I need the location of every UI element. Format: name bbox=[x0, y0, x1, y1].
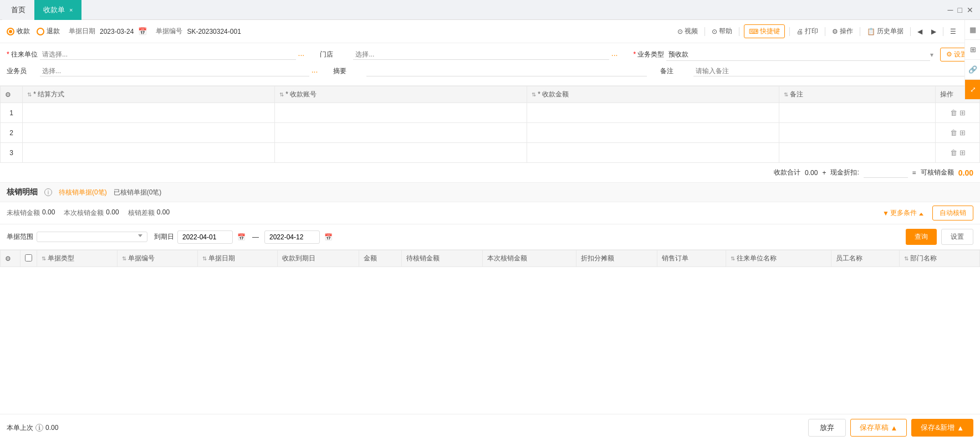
history-btn[interactable]: 📋 历史单据 bbox=[865, 25, 906, 37]
operation-btn[interactable]: ⚙ 操作 bbox=[830, 25, 855, 37]
due-date-end-input[interactable] bbox=[264, 230, 320, 244]
nav-next-btn[interactable]: ▶ bbox=[929, 27, 938, 37]
minimize-btn[interactable]: ─ bbox=[948, 6, 953, 14]
discount-input[interactable] bbox=[864, 167, 908, 178]
col-doc-type: ⇅ 单据类型 bbox=[37, 250, 118, 267]
auto-verify-btn[interactable]: 自动核销 bbox=[932, 206, 973, 221]
biz-type-select[interactable]: 预收款 ▾ bbox=[666, 49, 933, 61]
form-area: 往来单位 ··· 门店 ··· 业务类型 预收款 ▾ ⚙ 设置 bbox=[0, 43, 980, 86]
shortcut-btn[interactable]: ⌨ 快捷键 bbox=[744, 24, 785, 38]
tab-close-btn[interactable]: × bbox=[69, 7, 73, 13]
filter-row: 单据范围 到期日 📅 — 📅 查询 设置 bbox=[0, 224, 980, 250]
verification-header: 核销明细 i 待核销单据(0笔) 已核销单据(0笔) bbox=[0, 183, 980, 202]
done-tab[interactable]: 已核销单据(0笔) bbox=[114, 188, 162, 197]
note-input[interactable] bbox=[693, 66, 973, 76]
form-row-2: 业务员 ··· 摘要 备注 bbox=[7, 66, 973, 76]
due-date-filter: 到期日 📅 — 📅 bbox=[154, 230, 334, 244]
query-btn[interactable]: 查询 bbox=[906, 229, 937, 245]
window-controls: ─ □ ✕ bbox=[948, 6, 978, 14]
due-date-start-input[interactable] bbox=[177, 230, 233, 244]
calendar-end-icon[interactable]: 📅 bbox=[324, 233, 333, 241]
sales-input[interactable] bbox=[40, 66, 309, 76]
row-1-account[interactable] bbox=[274, 103, 527, 123]
row-1-copy-icon[interactable]: ⊞ bbox=[959, 109, 966, 117]
row-2-remark[interactable] bbox=[779, 123, 935, 143]
form-row-1: 往来单位 ··· 门店 ··· 业务类型 预收款 ▾ ⚙ 设置 bbox=[7, 48, 973, 61]
sales-label: 业务员 bbox=[7, 66, 40, 76]
save-new-btn[interactable]: 保存&新增 ▲ bbox=[911, 419, 973, 437]
row-2-delete-icon[interactable]: 🗑 bbox=[950, 129, 957, 137]
detail-table: ⚙ ⇅ 单据类型 ⇅ 单据编号 ⇅ 单据日期 bbox=[0, 250, 980, 267]
tab-bar: 首页 收款单 × ─ □ ✕ bbox=[0, 0, 980, 20]
row-3-copy-icon[interactable]: ⊞ bbox=[959, 148, 966, 157]
history-icon: 📋 bbox=[867, 28, 875, 35]
row-3-amount[interactable] bbox=[527, 143, 779, 163]
row-2-settlement[interactable] bbox=[23, 123, 275, 143]
calendar-icon[interactable]: 📅 bbox=[138, 27, 147, 35]
tab-home[interactable]: 首页 bbox=[2, 0, 34, 20]
footer-info-icon[interactable]: ℹ bbox=[35, 424, 43, 432]
radio-collection[interactable]: 收款 bbox=[7, 27, 30, 36]
row-2-account[interactable] bbox=[274, 123, 527, 143]
date-separator: — bbox=[252, 233, 259, 241]
row-3-settlement[interactable] bbox=[23, 143, 275, 163]
select-all-checkbox[interactable] bbox=[25, 254, 32, 261]
row-3-action: 🗑 ⊞ bbox=[936, 143, 980, 163]
verification-info-icon[interactable]: i bbox=[44, 188, 52, 196]
net-label: 可核销金额 bbox=[921, 168, 954, 177]
row-3-account[interactable] bbox=[274, 143, 527, 163]
row-2-copy-icon[interactable]: ⊞ bbox=[959, 129, 966, 137]
summary-row: 收款合计 0.00 + 现金折扣: = 可核销金额 0.00 bbox=[0, 163, 980, 183]
tab-current[interactable]: 收款单 × bbox=[34, 0, 81, 20]
radio-refund[interactable]: 退款 bbox=[37, 27, 60, 36]
print-btn[interactable]: 🖨 打印 bbox=[794, 25, 820, 37]
pending-tab[interactable]: 待核销单据(0笔) bbox=[59, 188, 107, 197]
sales-more-btn[interactable]: ··· bbox=[309, 67, 320, 76]
detail-gear-col[interactable]: ⚙ bbox=[1, 250, 21, 267]
row-1-remark[interactable] bbox=[779, 103, 935, 123]
row-1-amount[interactable] bbox=[527, 103, 779, 123]
divider6 bbox=[910, 27, 911, 36]
maximize-btn[interactable]: □ bbox=[958, 6, 962, 14]
summary-input[interactable] bbox=[366, 66, 646, 76]
close-btn[interactable]: ✕ bbox=[967, 6, 973, 14]
filter-right-btns: 查询 设置 bbox=[906, 229, 973, 245]
side-link-icon[interactable]: 🔗 bbox=[965, 60, 980, 80]
unverified-val: 0.00 bbox=[42, 208, 55, 218]
store-more-btn[interactable]: ··· bbox=[609, 50, 620, 59]
sales-field: 业务员 ··· bbox=[7, 66, 320, 76]
row-1-delete-icon[interactable]: 🗑 bbox=[950, 109, 957, 117]
store-input[interactable] bbox=[353, 49, 609, 60]
help-btn[interactable]: ⊙ 帮助 bbox=[710, 25, 734, 37]
chevron-up-icon bbox=[919, 211, 923, 216]
counterpart-input[interactable] bbox=[40, 49, 296, 60]
video-btn[interactable]: ⊙ 视频 bbox=[675, 25, 700, 37]
row-3-remark[interactable] bbox=[779, 143, 935, 163]
detail-checkbox-col[interactable] bbox=[21, 250, 37, 267]
more-conditions-btn[interactable]: ▼ 更多条件 bbox=[882, 208, 923, 218]
col-doc-no: ⇅ 单据编号 bbox=[117, 250, 197, 267]
side-table-icon[interactable]: ▦ bbox=[965, 20, 980, 40]
filter-setting-btn[interactable]: 设置 bbox=[941, 229, 973, 245]
counterpart-more-btn[interactable]: ··· bbox=[296, 50, 307, 59]
side-grid-icon[interactable]: ⊞ bbox=[965, 40, 980, 60]
nav-prev-btn[interactable]: ◀ bbox=[915, 27, 925, 37]
side-expand-icon[interactable]: ⤢ bbox=[965, 80, 980, 100]
row-2-num: 2 bbox=[1, 123, 23, 143]
save-draft-btn[interactable]: 保存草稿 ▲ bbox=[850, 419, 907, 437]
discard-btn[interactable]: 放弃 bbox=[808, 419, 846, 437]
doc-no-label: 单据编号 bbox=[156, 27, 182, 36]
row-1-settlement[interactable] bbox=[23, 103, 275, 123]
row-3-delete-icon[interactable]: 🗑 bbox=[950, 148, 957, 157]
row-2-amount[interactable] bbox=[527, 123, 779, 143]
due-date-label: 到期日 bbox=[154, 232, 174, 242]
calendar-start-icon[interactable]: 📅 bbox=[237, 233, 246, 241]
divider3 bbox=[789, 27, 790, 36]
toolbar: 收款 退款 单据日期 2023-03-24 📅 单据编号 SK-20230324… bbox=[0, 20, 980, 43]
divider2 bbox=[739, 27, 739, 36]
table-gear-header[interactable]: ⚙ bbox=[1, 86, 23, 103]
doc-date-label: 单据日期 bbox=[69, 27, 95, 36]
list-view-btn[interactable]: ☰ bbox=[948, 27, 958, 37]
save-new-chevron-icon: ▲ bbox=[957, 424, 964, 432]
range-select[interactable] bbox=[37, 232, 147, 242]
